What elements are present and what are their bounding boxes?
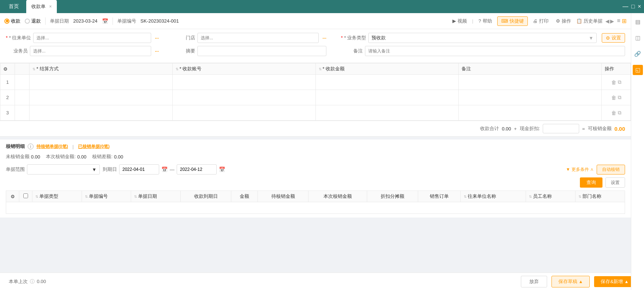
next-arrow-icon[interactable]: ▶ (610, 18, 614, 24)
delete-icon-2[interactable]: 🗑 (611, 95, 616, 101)
shortcut-btn[interactable]: ⌨ 快捷键 (497, 16, 528, 26)
history-btn[interactable]: 📋 历史单据 (576, 18, 602, 24)
tab-receipt[interactable]: 收款单 × (26, 0, 57, 13)
auto-reconcile-btn[interactable]: 自动核销 (597, 165, 625, 175)
row-1-settlement[interactable] (30, 75, 173, 90)
number-label: 单据编号 (117, 18, 136, 24)
receipt-radio[interactable]: 收款 (4, 18, 20, 24)
delete-icon-1[interactable]: 🗑 (611, 79, 616, 85)
form-settings-btn[interactable]: ⚙ 设置 (602, 33, 625, 43)
prev-arrow-icon[interactable]: ◀ (605, 18, 609, 24)
tab-close-icon[interactable]: × (49, 4, 52, 9)
reconcile-settings-btn[interactable]: 设置 (605, 177, 625, 188)
pending-tab-link[interactable]: 待核销单据(0笔) (36, 144, 68, 150)
range-select[interactable]: ▼ (27, 164, 100, 175)
action-btn[interactable]: ⚙ 操作 (554, 17, 573, 25)
row-3-account[interactable] (172, 105, 315, 121)
remark-input[interactable] (365, 46, 625, 56)
settlement-input-3[interactable] (30, 105, 172, 120)
summary-input[interactable] (197, 46, 326, 56)
tab-home[interactable]: 首页 (3, 0, 25, 13)
row-3-amount[interactable] (315, 105, 459, 121)
settlement-input-1[interactable] (30, 75, 172, 90)
amount-input-1[interactable] (316, 75, 459, 90)
row-2-settlement[interactable] (30, 90, 173, 105)
table-section: ⚙ ⇅ * 结算方式 ⇅ * 收款账号 (0, 63, 631, 121)
date-from-icon[interactable]: 📅 (161, 166, 168, 172)
table-settings-header[interactable]: ⚙ (0, 63, 15, 75)
copy-icon-3[interactable]: ⧉ (618, 110, 621, 116)
sidebar-table-icon[interactable]: ▤ (633, 17, 643, 27)
staff-more-icon[interactable]: ··· (155, 48, 159, 54)
info-icon-prev[interactable]: ⓘ (30, 278, 35, 285)
row-3-num: 3 (0, 105, 15, 121)
bt-settings-header[interactable]: ⚙ (6, 191, 19, 202)
date-to-input[interactable] (177, 164, 217, 175)
account-input-1[interactable] (173, 75, 315, 90)
remark-input-1[interactable] (459, 75, 601, 90)
bt-discount-header: 折扣分摊额 (367, 191, 418, 202)
row-1-remark[interactable] (459, 75, 602, 90)
date-to-icon[interactable]: 📅 (219, 166, 225, 172)
print-btn[interactable]: 🖨 打印 (531, 17, 551, 25)
reconcile-table: ⚙ ⇅ 单据类型 ⇅ 单据编号 (6, 191, 625, 214)
row-2-amount[interactable] (315, 90, 459, 105)
row-3-settlement[interactable] (30, 105, 173, 121)
window-maximize-icon[interactable]: □ (631, 3, 635, 10)
row-3-remark[interactable] (459, 105, 602, 121)
abandon-btn[interactable]: 放弃 (521, 276, 547, 287)
current-label: 本次核销金额: (46, 153, 76, 160)
discount-input[interactable] (543, 124, 579, 133)
row-1-amount[interactable] (315, 75, 459, 90)
help-btn[interactable]: ? 帮助 (476, 17, 494, 25)
done-tab-link[interactable]: 已核销单据(0笔) (78, 144, 110, 150)
window-close-icon[interactable]: × (638, 3, 641, 10)
form-row-1: * * 往来单位 ··· 门店 ··· * * 业务类型 (6, 33, 625, 43)
bt-sales-order-header: 销售订单 (418, 191, 460, 202)
current-value: 0.00 (77, 154, 86, 160)
remark-input-2[interactable] (459, 90, 601, 105)
bt-checkbox-header[interactable] (19, 191, 32, 202)
partner-input[interactable] (33, 33, 151, 43)
list-view-icon[interactable]: ≡ (617, 17, 620, 24)
copy-icon-1[interactable]: ⧉ (618, 79, 621, 85)
receipt-radio-circle (4, 19, 9, 24)
sidebar-link-icon[interactable]: 🔗 (633, 49, 643, 59)
settlement-input-2[interactable] (30, 90, 172, 105)
table-row: 2 🗑 ⧉ (0, 90, 631, 105)
more-filters-btn[interactable]: ▼ 更多条件 ∧ (566, 166, 594, 173)
sidebar-form-icon[interactable]: ◫ (633, 33, 643, 43)
store-input[interactable] (197, 33, 319, 43)
save-new-btn[interactable]: 保存&新增 ▲ (594, 276, 635, 287)
amount-input-3[interactable] (316, 105, 459, 120)
partner-more-icon[interactable]: ··· (155, 35, 159, 41)
remark-input-3[interactable] (459, 105, 601, 120)
date-from-input[interactable] (119, 164, 159, 175)
sidebar-expand-icon[interactable]: ◱ (633, 65, 643, 75)
remark-header: 备注 (459, 63, 602, 75)
account-input-2[interactable] (173, 90, 315, 105)
window-minimize-icon[interactable]: — (623, 3, 628, 10)
query-btn[interactable]: 查询 (580, 177, 602, 188)
divider-2 (113, 17, 113, 25)
delete-icon-3[interactable]: 🗑 (611, 110, 616, 116)
discount-label: 现金折扣: (520, 125, 540, 132)
amount-input-2[interactable] (316, 90, 459, 105)
row-2-remark[interactable] (459, 90, 602, 105)
reconcile-title-row: 核销明细 i 待核销单据(0笔) | 已核销单据(0笔) (6, 143, 625, 150)
row-1-account[interactable] (172, 75, 315, 90)
reconcile-info-icon[interactable]: i (28, 144, 34, 149)
select-all-checkbox[interactable] (23, 193, 28, 198)
video-btn[interactable]: ▶ 视频 (450, 17, 469, 25)
calendar-icon[interactable]: 📅 (102, 18, 108, 24)
save-draft-btn[interactable]: 保存草稿 ▲ (551, 276, 590, 287)
refund-radio[interactable]: 退款 (25, 18, 41, 24)
unchecked-stat: 未核销金额 0.00 (6, 153, 40, 160)
copy-icon-2[interactable]: ⧉ (618, 94, 621, 101)
staff-input[interactable] (30, 46, 151, 56)
biz-type-select[interactable]: 预收款 ▼ (368, 33, 597, 43)
row-2-account[interactable] (172, 90, 315, 105)
store-more-icon[interactable]: ··· (322, 35, 326, 41)
account-input-3[interactable] (173, 105, 315, 120)
grid-view-icon[interactable]: ⊞ (622, 17, 627, 24)
